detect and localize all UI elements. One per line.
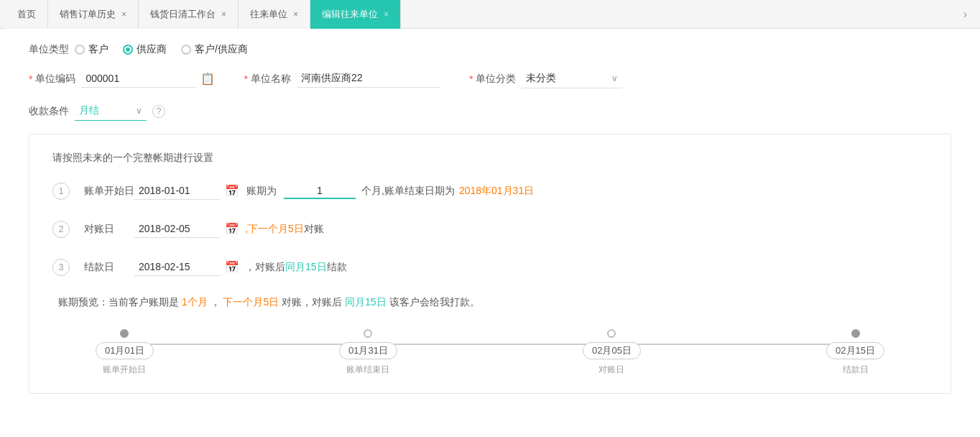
timeline-bubble-4: 02月15日 [826, 342, 884, 359]
preview-teal: 同月15日 [345, 296, 387, 308]
tab-edit-counterparty[interactable]: 编辑往来单位 × [310, 0, 401, 29]
unit-name-input[interactable] [297, 70, 440, 88]
timeline-items: 01月01日 账单开始日 01月31日 账单结束日 02月05日 对账日 02月… [96, 329, 884, 376]
step-2-calendar-icon[interactable]: 📅 [225, 222, 239, 236]
close-tab-sales-history[interactable]: × [121, 9, 126, 19]
payment-terms-help-icon[interactable]: ? [152, 105, 165, 118]
step-1-row: 1 账单开始日 📅 账期为 个月,账单结束日期为 2018年01月31日 [52, 182, 928, 200]
tab-more-button[interactable]: › [956, 8, 974, 21]
tab-sales-history[interactable]: 销售订单历史 × [48, 0, 139, 29]
step-2-orange-text: ,下一个月5日 [245, 223, 304, 236]
unit-details-row: * 单位编码 📋 * 单位名称 * 单位分类 未分类 ∨ [29, 69, 951, 88]
unit-name-group: * 单位名称 [244, 70, 440, 88]
unit-code-required: * [29, 73, 32, 85]
step-2-date-input[interactable] [134, 220, 221, 238]
step-1-period-input[interactable] [284, 183, 356, 199]
preview-orange1: 1个月 [182, 296, 208, 308]
step-1-period-suffix: 个月,账单结束日期为 [361, 185, 455, 198]
timeline-item-1: 01月01日 账单开始日 [96, 329, 154, 376]
card-instruction: 请按照未来的一个完整帐期进行设置 [52, 152, 928, 165]
preview-text4: 该客户会给我打款。 [389, 296, 480, 308]
timeline-item-3: 02月05日 对账日 [583, 329, 641, 376]
main-content: 单位类型 客户 供应商 客户/供应商 * 单位编码 📋 * 单位名称 [0, 29, 980, 437]
close-tab-counterparty[interactable]: × [293, 9, 298, 19]
radio-customer-label: 客户 [88, 43, 108, 56]
timeline-label-3: 对账日 [598, 364, 624, 376]
timeline-dot-2 [364, 329, 372, 338]
step-3-label: 结款日 [84, 261, 134, 274]
preview-text3: 对账，对账后 [282, 296, 342, 308]
timeline-bubble-2: 01月31日 [339, 342, 397, 359]
timeline-item-2: 01月31日 账单结束日 [339, 329, 397, 376]
timeline-dot-3 [607, 329, 616, 338]
step-3-date-input[interactable] [134, 258, 221, 276]
step-3-suffix-text: 结款 [327, 261, 347, 274]
timeline-label-2: 账单结束日 [346, 364, 389, 376]
unit-name-required: * [244, 73, 247, 85]
timeline-container: 01月01日 账单开始日 01月31日 账单结束日 02月05日 对账日 02月… [52, 329, 928, 376]
timeline-label-1: 账单开始日 [103, 364, 146, 376]
radio-customer-circle [75, 45, 85, 55]
tab-counterparty[interactable]: 往来单位 × [239, 0, 310, 29]
step-3-row: 3 结款日 📅 ，对账后 同月15日 结款 [52, 258, 928, 276]
unit-code-group: * 单位编码 📋 [29, 70, 215, 88]
unit-category-group: * 单位分类 未分类 ∨ [469, 69, 622, 88]
unit-code-icon[interactable]: 📋 [200, 72, 215, 86]
radio-supplier[interactable]: 供应商 [123, 43, 167, 56]
unit-category-arrow: ∨ [611, 73, 618, 83]
unit-code-label: 单位编码 [35, 73, 75, 86]
timeline-label-4: 结款日 [843, 364, 869, 376]
step-2-normal-text: 对账 [304, 223, 324, 236]
payment-terms-dropdown[interactable]: 月结 ∨ [75, 101, 147, 121]
period-card: 请按照未来的一个完整帐期进行设置 1 账单开始日 📅 账期为 个月,账单结束日期… [29, 134, 951, 394]
step-2-label: 对账日 [84, 223, 134, 236]
radio-both-circle [181, 45, 191, 55]
timeline-dot-4 [851, 329, 860, 338]
timeline-bubble-3: 02月05日 [583, 342, 641, 359]
step-1-period-prefix: 账期为 [246, 185, 277, 198]
unit-type-row: 单位类型 客户 供应商 客户/供应商 [29, 43, 951, 56]
step-1-label: 账单开始日 [84, 185, 134, 198]
payment-terms-value: 月结 [79, 104, 131, 117]
step-2-num: 2 [52, 221, 70, 238]
step-3-teal-text: 同月15日 [285, 261, 327, 274]
unit-code-input[interactable] [81, 70, 196, 88]
payment-terms-label: 收款条件 [29, 105, 69, 118]
tab-bar: 首页 销售订单历史 × 钱货日清工作台 × 往来单位 × 编辑往来单位 × › [0, 0, 980, 29]
tab-cash-work[interactable]: 钱货日清工作台 × [139, 0, 239, 29]
unit-name-label: 单位名称 [251, 73, 291, 86]
step-2-row: 2 对账日 📅 ,下一个月5日 对账 [52, 220, 928, 238]
radio-supplier-label: 供应商 [137, 43, 167, 56]
step-3-calendar-icon[interactable]: 📅 [225, 260, 239, 274]
radio-customer[interactable]: 客户 [75, 43, 108, 56]
step-1-end-date: 2018年01月31日 [459, 185, 534, 198]
unit-type-label: 单位类型 [29, 43, 69, 56]
unit-category-value: 未分类 [526, 72, 607, 85]
timeline-dot-1 [120, 329, 129, 338]
preview-label: 账期预览：当前客户账期是 [58, 296, 179, 308]
payment-terms-arrow: ∨ [136, 106, 142, 116]
timeline-bubble-1: 01月01日 [96, 342, 154, 359]
radio-supplier-circle [123, 45, 133, 55]
step-1-num: 1 [52, 183, 70, 200]
step-3-num: 3 [52, 259, 70, 276]
payment-terms-row: 收款条件 月结 ∨ ? [29, 101, 951, 121]
timeline-item-4: 02月15日 结款日 [826, 329, 884, 376]
tab-home[interactable]: 首页 [6, 0, 48, 29]
unit-category-required: * [469, 73, 473, 85]
close-tab-edit-counterparty[interactable]: × [384, 9, 389, 19]
step-1-date-input[interactable] [134, 182, 221, 200]
preview-text-row: 账期预览：当前客户账期是 1个月 ， 下一个月5日 对账，对账后 同月15日 该… [52, 296, 928, 309]
radio-both[interactable]: 客户/供应商 [181, 43, 248, 56]
step-3-prefix-text: ，对账后 [245, 261, 285, 274]
preview-orange2: 下一个月5日 [223, 296, 279, 308]
radio-both-label: 客户/供应商 [195, 43, 248, 56]
unit-type-radio-group: 客户 供应商 客户/供应商 [75, 43, 248, 56]
step-1-calendar-icon[interactable]: 📅 [225, 184, 239, 198]
unit-category-label: 单位分类 [476, 73, 516, 86]
close-tab-cash-work[interactable]: × [221, 9, 226, 19]
unit-category-dropdown[interactable]: 未分类 ∨ [522, 69, 622, 88]
preview-sep1: ， [211, 296, 221, 308]
